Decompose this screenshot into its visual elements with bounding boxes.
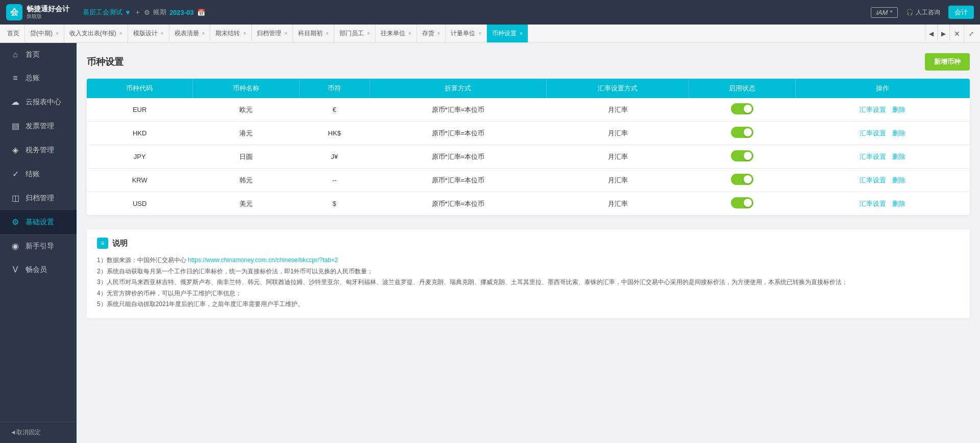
tab-close-icon[interactable]: ×: [284, 31, 287, 36]
tab-close-icon[interactable]: ×: [326, 31, 329, 36]
tab-label: 贷(中期): [30, 29, 53, 38]
table-row: HKD港元HK$原币*汇率=本位币月汇率 汇率设置删除: [87, 122, 970, 145]
toggle-HKD[interactable]: [731, 127, 753, 138]
support-button[interactable]: 🎧 人工咨询: [906, 8, 940, 17]
tab-部门员工[interactable]: 部门员工×: [334, 25, 376, 42]
cell-4-0: USD: [87, 192, 192, 216]
toggle-track: [731, 103, 753, 114]
cell-3-0: KRW: [87, 169, 192, 192]
toggle-track: [731, 174, 753, 185]
tab-label: 归档管理: [257, 29, 281, 38]
sidebar-icon-invoice: ▤: [10, 121, 20, 131]
cell-0-2: €: [299, 98, 370, 122]
tab-税表清册[interactable]: 税表清册×: [169, 25, 211, 42]
description-item-2: 3）人民币对马来西亚林吉特、俄罗斯卢布、南非兰特、韩元、阿联酋迪拉姆、沙特里亚尔…: [97, 277, 960, 288]
tab-首页[interactable]: 首页: [2, 25, 25, 42]
col-header-汇率设置方式: 汇率设置方式: [546, 79, 689, 98]
sidebar-label-member: 畅会员: [26, 265, 47, 274]
pin-label: ◄取消固定: [10, 428, 41, 437]
cell-toggle-3: [689, 169, 796, 192]
cell-3-2: --: [299, 169, 370, 192]
sidebar-icon-tax: ◈: [10, 145, 20, 155]
sidebar-pin-button[interactable]: ◄取消固定: [0, 422, 77, 443]
action-删除-EUR[interactable]: 删除: [892, 106, 905, 113]
tab-close-icon[interactable]: ×: [202, 31, 205, 36]
tab-贷(中期)[interactable]: 贷(中期)×: [25, 25, 64, 42]
calendar-icon[interactable]: 📅: [197, 9, 205, 16]
tab-close-icon[interactable]: ×: [367, 31, 370, 36]
description-link[interactable]: https://www.chinamoney.com.cn/chinese/bk…: [188, 257, 338, 264]
breadcrumb-area: 基层工会测试 ▼ ＋ ⚙ 账期 2023-03 📅: [83, 8, 871, 17]
add-icon[interactable]: ＋: [134, 8, 141, 17]
sidebar: ⌂ 首页 ≡ 总账 ☁ 云报表中心 ▤ 发票管理 ◈ 税务管理 ✓ 结账 ◫ 归…: [0, 43, 77, 443]
tab-close-icon[interactable]: ×: [437, 31, 440, 36]
toggle-thumb: [744, 175, 752, 183]
cell-actions-1: 汇率设置删除: [795, 122, 970, 145]
tab-模版设计[interactable]: 模版设计×: [128, 25, 169, 42]
toggle-KRW[interactable]: [731, 174, 753, 185]
sidebar-label-settings: 基础设置: [26, 218, 54, 227]
tab-close-icon[interactable]: ×: [478, 31, 481, 36]
toggle-track: [731, 127, 753, 138]
sidebar-icon-home: ⌂: [10, 50, 20, 59]
tab-close-icon[interactable]: ×: [56, 31, 59, 36]
action-汇率设置-KRW[interactable]: 汇率设置: [860, 176, 886, 184]
tab-close-icon[interactable]: ×: [161, 31, 164, 36]
tab-close-icon[interactable]: ×: [520, 31, 523, 36]
action-删除-HKD[interactable]: 删除: [892, 129, 905, 137]
tab-计量单位[interactable]: 计量单位×: [446, 25, 487, 42]
sidebar-item-home[interactable]: ⌂ 首页: [0, 43, 77, 66]
tab-科目期初[interactable]: 科目期初×: [293, 25, 334, 42]
sidebar-item-tax[interactable]: ◈ 税务管理: [0, 138, 77, 162]
top-bar: 会 畅捷通好会计 旗舰版 基层工会测试 ▼ ＋ ⚙ 账期 2023-03 📅 i…: [0, 0, 980, 25]
cell-1-3: 原币*汇率=本位币: [370, 122, 546, 145]
sidebar-item-member[interactable]: V 畅会员: [0, 258, 77, 282]
cell-toggle-1: [689, 122, 796, 145]
tab-next-button[interactable]: ▶: [937, 25, 949, 42]
cell-toggle-4: [689, 192, 796, 216]
toggle-thumb: [744, 199, 752, 207]
tab-close-all-button[interactable]: ✕: [949, 25, 964, 42]
tab-期末结转[interactable]: 期末结转×: [210, 25, 252, 42]
cell-1-0: HKD: [87, 122, 192, 145]
period-value[interactable]: 2023-03: [169, 9, 194, 16]
action-汇率设置-HKD[interactable]: 汇率设置: [860, 129, 886, 137]
toggle-JPY[interactable]: [731, 150, 753, 161]
company-selector[interactable]: 基层工会测试 ▼: [83, 8, 131, 17]
settings-icon[interactable]: ⚙: [144, 9, 150, 16]
tab-归档管理[interactable]: 归档管理×: [252, 25, 293, 42]
cell-4-1: 美元: [192, 192, 299, 216]
account-button[interactable]: 会计: [948, 6, 974, 19]
action-汇率设置-EUR[interactable]: 汇率设置: [860, 106, 886, 113]
tab-expand-button[interactable]: ⤢: [964, 25, 978, 42]
tab-close-icon[interactable]: ×: [119, 31, 122, 36]
tab-close-icon[interactable]: ×: [243, 31, 246, 36]
toggle-EUR[interactable]: [731, 103, 753, 114]
tab-label: 收入支出表(年报): [69, 29, 116, 38]
sidebar-item-invoice[interactable]: ▤ 发票管理: [0, 114, 77, 138]
action-删除-USD[interactable]: 删除: [892, 200, 905, 207]
tab-币种设置[interactable]: 币种设置×: [487, 25, 528, 42]
description-section: ≡ 说明 1）数据来源：中国外汇交易中心 https://www.chinamo…: [87, 229, 970, 318]
sidebar-icon-cloud-reports: ☁: [10, 97, 20, 107]
sidebar-item-guide[interactable]: ◉ 新手引导: [0, 234, 77, 258]
toggle-USD[interactable]: [731, 197, 753, 208]
table-row: JPY日圆J¥原币*汇率=本位币月汇率 汇率设置删除: [87, 145, 970, 169]
action-删除-JPY[interactable]: 删除: [892, 153, 905, 160]
sidebar-item-archive[interactable]: ◫ 归档管理: [0, 186, 77, 210]
sidebar-item-general-ledger[interactable]: ≡ 总账: [0, 66, 77, 90]
sidebar-label-checkout: 结账: [26, 170, 40, 179]
tab-close-icon[interactable]: ×: [408, 31, 411, 36]
action-删除-KRW[interactable]: 删除: [892, 176, 905, 184]
support-label: 人工咨询: [916, 8, 940, 17]
sidebar-item-cloud-reports[interactable]: ☁ 云报表中心: [0, 90, 77, 114]
tab-往来单位[interactable]: 往来单位×: [376, 25, 417, 42]
action-汇率设置-USD[interactable]: 汇率设置: [860, 200, 886, 207]
tab-收入支出表(年报)[interactable]: 收入支出表(年报)×: [64, 25, 128, 42]
tab-存货[interactable]: 存货×: [417, 25, 446, 42]
tab-prev-button[interactable]: ◀: [925, 25, 937, 42]
action-汇率设置-JPY[interactable]: 汇率设置: [860, 153, 886, 160]
sidebar-item-checkout[interactable]: ✓ 结账: [0, 162, 77, 186]
new-currency-button[interactable]: 新增币种: [925, 53, 970, 71]
sidebar-item-settings[interactable]: ⚙ 基础设置: [0, 210, 77, 234]
